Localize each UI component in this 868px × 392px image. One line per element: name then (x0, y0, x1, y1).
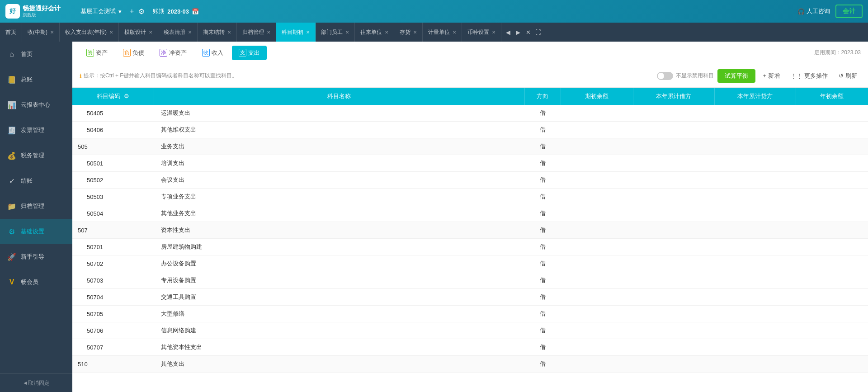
tab-dept-staff[interactable]: 部门员工 ✕ (316, 23, 355, 42)
refresh-label: 刷新 (845, 72, 857, 80)
table-row[interactable]: 50705 大型修缮 借 (72, 306, 868, 322)
more-operations-btn[interactable]: ⋮⋮ 更多操作 (787, 70, 831, 82)
project-selector[interactable]: 基层工会测试 ▾ (77, 5, 125, 17)
tab-next-btn[interactable]: ▶ (513, 27, 523, 37)
column-settings-icon[interactable]: ⚙ (124, 93, 129, 99)
cell-direction: 借 (524, 172, 561, 189)
support-label: 人工咨询 (807, 7, 830, 15)
tab-expand-btn[interactable]: ⛶ (533, 27, 543, 37)
refresh-btn[interactable]: ↺ 刷新 (835, 70, 861, 82)
cell-year-credit (714, 289, 796, 306)
tab-close-icon[interactable]: ✕ (188, 30, 192, 35)
sidebar-item-member[interactable]: V 畅会员 (0, 269, 72, 295)
tab-inventory[interactable]: 存货 ✕ (394, 23, 423, 42)
cell-period-balance (561, 289, 633, 306)
sidebar-item-invoice[interactable]: 🧾 发票管理 (0, 118, 72, 143)
cell-name: 其他维权支出 (154, 122, 524, 138)
table-row[interactable]: 507 资本性支出 借 (72, 222, 868, 239)
balance-btn[interactable]: 试算平衡 (717, 69, 755, 83)
tab-close-icon[interactable]: ✕ (149, 30, 152, 35)
disable-toggle[interactable] (657, 72, 673, 80)
collapse-sidebar-btn[interactable]: ◄取消固定 (0, 374, 72, 392)
tab-archive[interactable]: 归档管理 ✕ (237, 23, 276, 42)
sidebar-item-tax[interactable]: 💰 税务管理 (0, 143, 72, 168)
tab-close-icon[interactable]: ✕ (227, 30, 231, 35)
calendar-icon[interactable]: 📅 (192, 8, 199, 15)
table-row[interactable]: 50504 其他业务支出 借 (72, 205, 868, 222)
tab-close-icon[interactable]: ✕ (306, 30, 310, 35)
tab-income-expense[interactable]: 收入支出表(年报) ✕ (60, 23, 119, 42)
tab-tax-clear[interactable]: 税表清册 ✕ (158, 23, 198, 42)
table-row[interactable]: 50706 信息网络购建 借 (72, 322, 868, 339)
cell-direction: 借 (524, 306, 561, 322)
sub-tab-asset[interactable]: 资 资产 (80, 46, 114, 60)
cell-code: 50704 (72, 289, 154, 306)
table-row[interactable]: 50707 其他资本性支出 借 (72, 339, 868, 356)
tab-currency[interactable]: 币种设置 ✕ (462, 23, 501, 42)
tab-counterparty[interactable]: 往来单位 ✕ (355, 23, 394, 42)
cell-year-credit (714, 172, 796, 189)
tab-label: 币种设置 (467, 28, 489, 36)
sidebar-item-settings[interactable]: ⚙ 基础设置 (0, 219, 72, 244)
table-row[interactable]: 50503 专项业务支出 借 (72, 189, 868, 205)
sub-tab-income[interactable]: 收 收入 (195, 46, 230, 60)
sub-tab-expense[interactable]: 支 支出 (232, 46, 267, 60)
tab-home[interactable]: 首页 (0, 23, 22, 42)
tab-template[interactable]: 模版设计 ✕ (119, 23, 158, 42)
tab-unit[interactable]: 计量单位 ✕ (423, 23, 462, 42)
th-year-label: 年初余额 (820, 93, 844, 99)
table-row[interactable]: 50502 会议支出 借 (72, 172, 868, 189)
tab-label: 首页 (5, 28, 16, 36)
income-icon: 收 (202, 49, 210, 57)
tab-label: 往来单位 (360, 28, 382, 36)
cell-year-credit (714, 205, 796, 222)
sub-tab-liability[interactable]: 负 负债 (116, 46, 151, 60)
cell-name: 其他支出 (154, 356, 524, 373)
cell-direction: 借 (524, 105, 561, 122)
tab-period-close[interactable]: 期末结转 ✕ (198, 23, 237, 42)
add-btn[interactable]: + 新增 (759, 70, 783, 82)
cell-code: 50503 (72, 189, 154, 205)
table-row[interactable]: 50702 办公设备购置 借 (72, 255, 868, 272)
tab-prev-btn[interactable]: ◀ (503, 27, 513, 37)
cell-period-balance (561, 255, 633, 272)
cell-year-debit (633, 222, 714, 239)
cell-year-balance (796, 105, 868, 122)
settings-icon[interactable]: ⚙ (138, 7, 145, 16)
table-row[interactable]: 505 业务支出 借 (72, 138, 868, 155)
table-row[interactable]: 50701 房屋建筑物购建 借 (72, 239, 868, 255)
tab-close-icon[interactable]: ✕ (385, 30, 388, 35)
tab-subject-period[interactable]: 科目期初 ✕ (276, 23, 316, 42)
account-btn[interactable]: 会计 (835, 5, 863, 18)
tab-close-all-btn[interactable]: ✕ (523, 27, 533, 37)
sidebar-item-guide[interactable]: 🚀 新手引导 (0, 244, 72, 269)
sidebar-item-archive[interactable]: 📁 归档管理 (0, 194, 72, 219)
th-year-debit: 本年累计借方 (633, 88, 714, 105)
cell-year-balance (796, 138, 868, 155)
tab-period[interactable]: 收(中期) ✕ (22, 23, 60, 42)
table-row[interactable]: 50501 培训支出 借 (72, 155, 868, 172)
tab-close-icon[interactable]: ✕ (492, 30, 495, 35)
sub-tab-net-asset[interactable]: 净 净资产 (153, 46, 193, 60)
tab-close-icon[interactable]: ✕ (413, 30, 417, 35)
table-row[interactable]: 50703 专用设备购置 借 (72, 272, 868, 289)
table-row[interactable]: 50704 交通工具购置 借 (72, 289, 868, 306)
add-project-btn[interactable]: + (130, 7, 134, 15)
sidebar-item-ledger[interactable]: 📒 总账 (0, 67, 72, 92)
cell-year-balance (796, 239, 868, 255)
table-row[interactable]: 510 其他支出 借 (72, 356, 868, 373)
tab-close-icon[interactable]: ✕ (109, 30, 113, 35)
tab-close-icon[interactable]: ✕ (345, 30, 349, 35)
tab-close-icon[interactable]: ✕ (50, 30, 54, 35)
table-row[interactable]: 50406 其他维权支出 借 (72, 122, 868, 138)
sidebar-item-reports[interactable]: 📊 云报表中心 (0, 92, 72, 118)
support-btn[interactable]: 🎧 人工咨询 (797, 7, 830, 15)
tab-close-icon[interactable]: ✕ (453, 30, 456, 35)
cell-year-credit (714, 255, 796, 272)
sidebar-item-home[interactable]: ⌂ 首页 (0, 42, 72, 67)
cell-year-debit (633, 172, 714, 189)
sidebar-item-close[interactable]: ✓ 结账 (0, 168, 72, 194)
sidebar-label: 新手引导 (21, 253, 44, 261)
table-row[interactable]: 50405 运温暖支出 借 (72, 105, 868, 122)
tab-close-icon[interactable]: ✕ (267, 30, 270, 35)
